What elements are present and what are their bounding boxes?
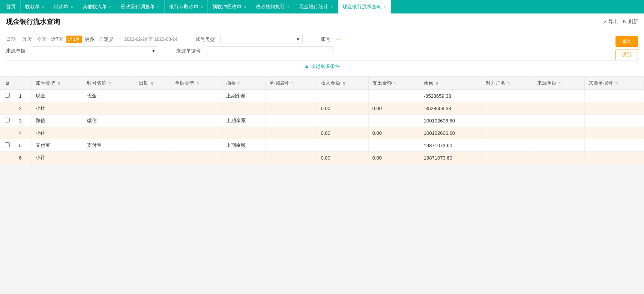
nav-tab-bank-stats-label: 现金银行统计 [299,3,328,10]
nav-tab-bank-stats[interactable]: 现金银行统计 × [294,0,338,13]
source-doc-select[interactable]: ▾ [31,46,158,55]
cell-expense: 0.00 [368,152,420,164]
cell-income: 0.00 [317,127,368,139]
date-label: 日期 [6,36,16,43]
refresh-button[interactable]: ↻ 刷新 [623,18,638,25]
col-counterparty[interactable]: 对方户名 ⇅ [482,77,533,90]
close-collection-icon[interactable]: × [287,4,290,9]
date-opt-1month[interactable]: 近1月 [66,36,82,43]
cell-row-checkbox[interactable] [0,127,15,139]
sort-doc-type-icon: ⇅ [196,81,199,85]
close-advance-icon[interactable]: × [244,4,246,9]
cell-income [317,139,368,152]
nav-tab-bank-flow-label: 现金银行流水查询 [342,3,381,10]
cell-source-doc-no [585,90,644,102]
date-opt-yesterday[interactable]: 昨天 [21,36,34,43]
table-row: 4小计0.000.00100102606.60 [0,127,644,139]
close-bank-flow-icon[interactable]: × [384,4,386,9]
sort-doc-no-icon: ⇅ [291,81,294,85]
collapse-bar[interactable]: ▲ 收起更多条件 [6,60,638,72]
nav-tab-bank-deposit[interactable]: 银行存取款单 × [165,0,208,13]
cell-row-checkbox[interactable] [0,152,15,164]
cell-date [135,152,171,164]
settings-button[interactable]: 设置 [615,49,638,60]
date-opt-custom[interactable]: 自定义 [98,36,115,43]
action-buttons: 查询 设置 [615,36,638,60]
nav-tab-other-income[interactable]: 其他收入单 × [78,0,116,13]
col-source-doc-no[interactable]: 来源单据号 ⇅ [585,77,644,90]
close-bank-deposit-icon[interactable]: × [201,4,203,9]
nav-tab-payments[interactable]: 付款单 × [49,0,78,13]
account-type-select[interactable]: ▾ [220,35,303,43]
col-summary[interactable]: 摘要 ⇅ [222,77,266,90]
settings-gear-icon[interactable]: ⚙ [5,81,10,86]
cell-counterparty [482,127,533,139]
export-button[interactable]: ↗ 导出 [603,18,618,25]
close-ar-ap-icon[interactable]: × [157,4,159,9]
table-container: ⚙ 账号类型 ⇅ 账号名称 ⇅ 日期 ⇅ 单据类型 ⇅ [0,77,644,164]
source-doc-no-input[interactable] [206,46,333,55]
cell-expense [368,115,420,127]
account-ellipsis-btn[interactable]: ··· [336,36,342,42]
nav-tab-collection[interactable]: 收款核销执行 × [251,0,294,13]
cell-row-index: 2 [15,102,32,115]
cell-account-name: 现金 [83,90,135,102]
cell-summary [222,127,266,139]
close-payments-icon[interactable]: × [71,4,73,9]
cell-account-type: 小计 [32,127,83,139]
cell-row-checkbox[interactable] [0,115,15,127]
close-other-income-icon[interactable]: × [109,4,111,9]
cell-income [317,90,368,102]
cell-row-checkbox[interactable] [0,102,15,115]
nav-tab-bank-flow[interactable]: 现金银行流水查询 × [338,0,391,13]
cell-source-doc [533,90,584,102]
query-button[interactable]: 查询 [615,36,638,47]
date-opt-more[interactable]: 更多 [83,36,96,43]
cell-account-type: 小计 [32,152,83,164]
cell-doc-type [171,139,222,152]
nav-tab-collection-label: 收款核销执行 [256,3,285,10]
nav-tab-advance[interactable]: 预收冲应收单 × [208,0,251,13]
cell-source-doc [533,152,584,164]
cell-account-name [83,127,135,139]
date-opt-7days[interactable]: 近7天 [50,36,65,43]
nav-tab-receipts[interactable]: 收款单 × [21,0,49,13]
col-balance[interactable]: 余额 ⇅ [420,77,482,90]
cell-row-index: 6 [15,152,32,164]
col-doc-type[interactable]: 单据类型 ⇅ [171,77,222,90]
col-date[interactable]: 日期 ⇅ [135,77,171,90]
source-doc-label: 来源单据 [6,48,26,54]
table-row: 2小计0.000.00-3528659.33 [0,102,644,115]
export-icon: ↗ [603,19,607,25]
col-account-name[interactable]: 账号名称 ⇅ [83,77,135,90]
col-settings[interactable]: ⚙ [0,77,15,90]
cell-account-name [83,102,135,115]
cell-date [135,102,171,115]
refresh-label: 刷新 [628,18,638,25]
cell-doc-no [266,139,317,152]
table-row: 1现金现金上期余额-3528659.33 [0,90,644,102]
col-expense[interactable]: 支出金额 ⇅ [368,77,420,90]
cell-balance: 100102606.60 [420,127,482,139]
col-account-type[interactable]: 账号类型 ⇅ [32,77,83,90]
date-opt-today[interactable]: 今天 [35,36,48,43]
nav-tab-ar-ap[interactable]: 应收应付调整单 × [116,0,164,13]
nav-tab-payments-label: 付款单 [54,3,68,10]
cell-balance: 19871073.60 [420,139,482,152]
close-receipts-icon[interactable]: × [42,4,44,9]
col-balance-label: 余额 [424,80,434,86]
cell-row-checkbox[interactable] [0,90,15,102]
close-bank-stats-icon[interactable]: × [330,4,333,9]
col-counterparty-label: 对方户名 [486,80,505,86]
cell-account-name: 支付宝 [83,139,135,152]
col-source-doc[interactable]: 来源单据 ⇅ [533,77,584,90]
cell-source-doc-no [585,115,644,127]
cell-row-checkbox[interactable] [0,139,15,152]
col-source-doc-no-label: 来源单据号 [588,80,613,86]
nav-tab-other-income-label: 其他收入单 [83,3,107,10]
nav-tab-home[interactable]: 首页 [2,0,21,13]
date-range-display: 2023-02-24 至 2023-03-24 [124,36,177,43]
col-income[interactable]: 收入金额 ⇅ [317,77,368,90]
cell-expense [368,139,420,152]
col-doc-no[interactable]: 单据编号 ⇅ [266,77,317,90]
